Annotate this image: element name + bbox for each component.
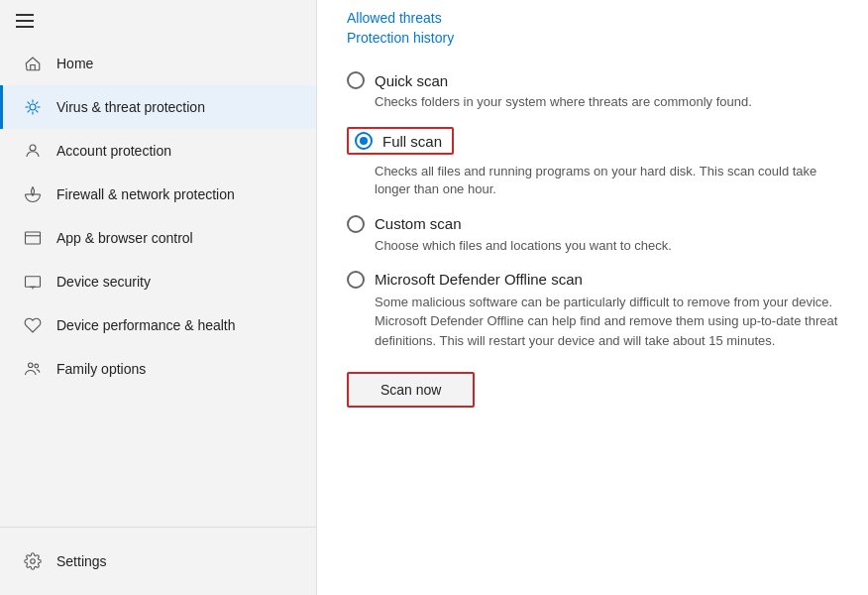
- svg-line-6: [36, 110, 38, 112]
- svg-point-9: [30, 145, 36, 151]
- sidebar-item-app-browser-label: App & browser control: [56, 230, 193, 246]
- custom-scan-label: Custom scan: [375, 215, 462, 232]
- sidebar-item-virus-label: Virus & threat protection: [56, 99, 205, 115]
- account-icon: [23, 141, 43, 161]
- quick-scan-row[interactable]: Quick scan: [347, 71, 838, 89]
- app-browser-icon: [23, 228, 43, 248]
- offline-scan-label: Microsoft Defender Offline scan: [375, 271, 583, 288]
- sidebar-item-device-security[interactable]: Device security: [0, 260, 316, 303]
- svg-line-5: [28, 102, 30, 104]
- sidebar-item-home[interactable]: Home: [0, 42, 316, 85]
- svg-point-16: [35, 364, 39, 368]
- custom-scan-radio[interactable]: [347, 215, 365, 233]
- svg-line-7: [28, 110, 30, 112]
- sidebar-item-firewall[interactable]: Firewall & network protection: [0, 173, 316, 216]
- sidebar-settings-label: Settings: [56, 553, 107, 569]
- full-scan-option: Full scan Checks all files and running p…: [347, 117, 838, 204]
- sidebar-item-family-label: Family options: [56, 361, 146, 377]
- sidebar-item-device-health-label: Device performance & health: [56, 317, 236, 333]
- sidebar-nav: Home Virus & threat protection Account p…: [0, 42, 316, 527]
- custom-scan-row[interactable]: Custom scan: [347, 215, 838, 233]
- sidebar: Home Virus & threat protection Account p…: [0, 0, 317, 595]
- scan-now-button[interactable]: Scan now: [347, 372, 475, 408]
- quick-scan-label: Quick scan: [375, 72, 448, 89]
- sidebar-item-device-health[interactable]: Device performance & health: [0, 303, 316, 347]
- sidebar-item-account-label: Account protection: [56, 143, 171, 159]
- sidebar-item-settings[interactable]: Settings: [0, 539, 316, 583]
- full-scan-desc: Checks all files and running programs on…: [375, 163, 838, 198]
- quick-scan-desc: Checks folders in your system where thre…: [375, 93, 838, 111]
- sidebar-item-device-security-label: Device security: [56, 274, 151, 290]
- quick-scan-radio[interactable]: [347, 71, 365, 89]
- full-scan-selected-row[interactable]: Full scan: [347, 127, 454, 155]
- device-security-icon: [23, 272, 43, 292]
- offline-scan-radio[interactable]: [347, 271, 365, 289]
- sidebar-item-firewall-label: Firewall & network protection: [56, 186, 235, 202]
- sidebar-item-account[interactable]: Account protection: [0, 129, 316, 173]
- device-health-icon: [23, 315, 43, 335]
- quick-scan-option: Quick scan Checks folders in your system…: [347, 61, 838, 117]
- family-icon: [23, 359, 43, 379]
- sidebar-item-app-browser[interactable]: App & browser control: [0, 216, 316, 260]
- custom-scan-desc: Choose which files and locations you wan…: [375, 237, 838, 255]
- svg-rect-12: [26, 277, 41, 288]
- svg-point-17: [31, 559, 36, 564]
- custom-scan-option: Custom scan Choose which files and locat…: [347, 205, 838, 261]
- scan-options: Quick scan Checks folders in your system…: [347, 61, 838, 356]
- offline-scan-option: Microsoft Defender Offline scan Some mal…: [347, 261, 838, 357]
- full-scan-radio[interactable]: [355, 132, 373, 150]
- svg-line-8: [36, 102, 38, 104]
- top-links: Allowed threats Protection history: [347, 0, 838, 61]
- sidebar-bottom: Settings: [0, 527, 316, 595]
- svg-point-15: [29, 363, 34, 368]
- sidebar-item-home-label: Home: [56, 56, 93, 71]
- offline-scan-desc: Some malicious software can be particula…: [375, 293, 838, 351]
- sidebar-item-family[interactable]: Family options: [0, 347, 316, 391]
- scan-now-area: Scan now: [347, 372, 838, 408]
- home-icon: [23, 54, 43, 73]
- hamburger-icon[interactable]: [16, 14, 34, 28]
- svg-point-0: [30, 104, 36, 110]
- offline-scan-row[interactable]: Microsoft Defender Offline scan: [347, 271, 838, 289]
- protection-history-link[interactable]: Protection history: [347, 30, 838, 46]
- settings-icon: [23, 551, 43, 571]
- allowed-threats-link[interactable]: Allowed threats: [347, 10, 838, 26]
- sidebar-item-virus-threat[interactable]: Virus & threat protection: [0, 85, 316, 129]
- main-content: Allowed threats Protection history Quick…: [317, 0, 868, 595]
- svg-rect-10: [26, 232, 41, 244]
- virus-icon: [23, 97, 43, 117]
- full-scan-wrapper: Full scan: [347, 127, 838, 159]
- sidebar-header: [0, 0, 316, 42]
- full-scan-label: Full scan: [382, 133, 442, 150]
- firewall-icon: [23, 184, 43, 204]
